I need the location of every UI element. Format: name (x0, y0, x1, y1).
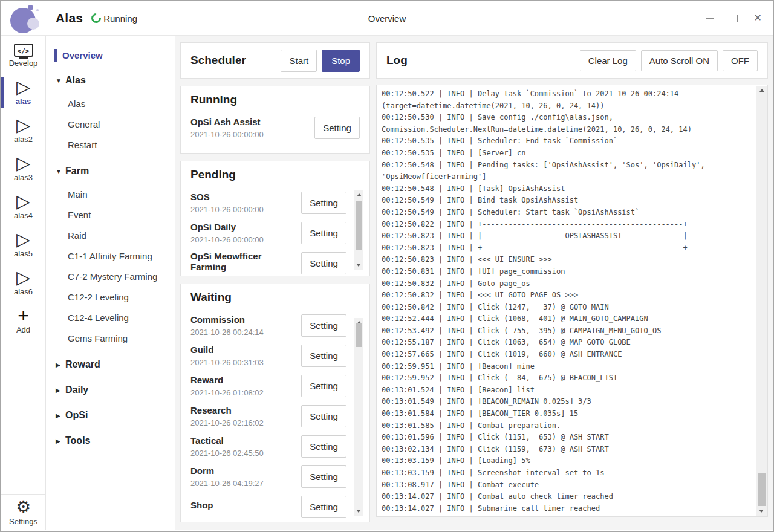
log-scrollbar[interactable] (756, 86, 767, 516)
nav-item[interactable]: Restart (68, 134, 175, 155)
sidebar-item-settings[interactable]: ⚙ Settings (1, 494, 45, 530)
scroll-down-icon[interactable] (759, 510, 764, 513)
app-name: Alas (56, 11, 83, 25)
waiting-scrollbar[interactable] (354, 318, 363, 516)
log-line: 00:13:08.917 | INFO | Combat execute (382, 479, 752, 491)
setting-button[interactable]: Setting (301, 192, 346, 214)
setting-button[interactable]: Setting (301, 222, 346, 244)
scrollbar-thumb[interactable] (356, 201, 362, 250)
waiting-panel: Waiting Commission 2021-10-26 00:24:14 S… (180, 284, 370, 522)
log-line: 00:13:02.134 | INFO | Click (1159, 673) … (382, 444, 752, 456)
nav-item[interactable]: C7-2 Mystery Farming (68, 266, 175, 287)
clear-log-button[interactable]: Clear Log (580, 50, 636, 71)
nav-item[interactable]: Alas (68, 93, 175, 114)
setting-button[interactable]: Setting (301, 496, 346, 518)
play-icon: ▷ (16, 232, 30, 247)
sidebar-item-alas5[interactable]: ▷ alas5 (1, 230, 45, 259)
log-line: 00:13:01.549 | INFO | [BEACON_REMAIN 0.0… (382, 396, 752, 408)
stop-button[interactable]: Stop (322, 50, 360, 72)
sidebar-item-alas2[interactable]: ▷ alas2 (1, 116, 45, 145)
task-row: OpSi Daily 2021-10-26 00:00:00 Setting (190, 218, 346, 248)
scroll-up-icon[interactable] (357, 193, 362, 196)
log-line: 00:12:50.822 | INFO | +-----------------… (382, 219, 752, 231)
autoscroll-on-button[interactable]: Auto Scroll ON (641, 50, 718, 71)
log-line: 00:12:50.530 | INFO | Save config ./conf… (382, 112, 752, 124)
setting-button[interactable]: Setting (301, 465, 346, 488)
log-line: 00:13:01.585 | INFO | Combat preparation… (382, 420, 752, 432)
nav-item[interactable]: Main (68, 184, 175, 204)
chevron-right-icon: ▶ (56, 387, 65, 394)
nav-item[interactable]: C1-1 Affinity Farming (68, 245, 175, 266)
play-icon: ▷ (16, 117, 30, 133)
setting-button[interactable]: Setting (301, 435, 346, 458)
nav-group-farm[interactable]: ▼ Farm (46, 158, 175, 184)
status-text: Running (103, 13, 137, 24)
setting-button[interactable]: Setting (301, 314, 346, 337)
nav-item[interactable]: Raid (68, 225, 175, 245)
pending-scrollbar[interactable] (354, 190, 363, 270)
content-area: Scheduler Start Stop Running OpSi Ash As (175, 36, 773, 530)
window-controls: ✕ (706, 1, 762, 35)
task-name: Guild (190, 345, 296, 355)
gear-icon: ⚙ (16, 499, 31, 515)
log-line: 00:12:59.951 | INFO | [Beacon] mine (382, 361, 752, 373)
nav-item[interactable]: General (68, 114, 175, 134)
sidebar-item-alas6[interactable]: ▷ alas6 (1, 268, 45, 297)
log-line: (target=datetime.datetime(2021, 10, 26, … (382, 100, 752, 112)
setting-button[interactable]: Setting (314, 117, 360, 139)
log-line: 00:12:53.492 | INFO | Click ( 755, 395) … (382, 325, 752, 337)
task-row: Tactical 2021-10-26 02:45:50 Setting (190, 431, 346, 461)
nav-group-opsi[interactable]: ▶ OpSi (46, 403, 175, 428)
nav-group-reward[interactable]: ▶ Reward (46, 352, 175, 377)
minimize-icon[interactable] (706, 18, 714, 19)
task-time: 2021-10-26 00:24:14 (190, 328, 296, 337)
close-icon[interactable]: ✕ (754, 13, 762, 23)
log-line: 00:12:50.832 | INFO | Goto page_os (382, 278, 752, 290)
scrollbar-thumb[interactable] (356, 323, 362, 347)
task-name: OpSi Daily (190, 222, 296, 233)
play-icon: ▷ (16, 193, 30, 209)
chevron-down-icon: ▼ (56, 77, 65, 84)
scroll-down-icon[interactable] (356, 264, 361, 267)
task-row: OpSi Meowfficer Farming Setting (190, 248, 346, 276)
sidebar-item-alas3[interactable]: ▷ alas3 (1, 154, 45, 183)
alas-logo-icon (10, 4, 39, 33)
scheduler-title: Scheduler (190, 54, 281, 67)
scroll-up-icon[interactable] (759, 89, 764, 92)
task-row: Research 2021-10-26 02:16:02 Setting (190, 401, 346, 431)
add-profile-button[interactable]: + Add (1, 307, 45, 336)
waiting-title: Waiting (190, 284, 369, 304)
setting-button[interactable]: Setting (301, 405, 346, 427)
log-line: 00:12:50.832 | INFO | <<< UI GOTO PAGE_O… (382, 290, 752, 302)
log-line: 00:12:50.548 | INFO | [Task] OpsiAshAssi… (382, 183, 752, 195)
task-time: 2021-10-26 01:08:02 (190, 388, 296, 397)
running-panel: Running OpSi Ash Assist 2021-10-26 00:00… (180, 86, 370, 154)
setting-button[interactable]: Setting (301, 375, 346, 397)
log-line: 00:12:50.823 | INFO | <<< UI ENSURE >>> (382, 254, 752, 266)
log-line: 00:12:55.187 | INFO | Click (1063, 654) … (382, 337, 752, 349)
nav-item[interactable]: Event (68, 204, 175, 225)
sidebar-item-alas[interactable]: ▷ alas (1, 78, 45, 107)
log-line: 00:13:01.596 | INFO | Click (1151, 653) … (382, 432, 752, 444)
scroll-down-icon[interactable] (356, 510, 361, 513)
nav-item[interactable]: C12-4 Leveling (68, 307, 175, 328)
nav-item-overview[interactable]: Overview (54, 49, 175, 62)
nav-item[interactable]: C12-2 Leveling (68, 287, 175, 307)
maximize-icon[interactable] (730, 15, 738, 22)
nav-group-tools[interactable]: ▶ Tools (46, 428, 175, 453)
nav-group-daily[interactable]: ▶ Daily (46, 377, 175, 403)
nav-group-alas[interactable]: ▼ Alas (46, 68, 175, 93)
setting-button[interactable]: Setting (301, 252, 346, 274)
autoscroll-off-button[interactable]: OFF (723, 50, 758, 71)
log-line: 00:13:01.584 | INFO | [BEACON_TIER 0.035… (382, 408, 752, 420)
sidebar-item-develop[interactable]: </> Develop (1, 42, 45, 69)
sidebar-item-alas4[interactable]: ▷ alas4 (1, 192, 45, 221)
log-line: Commission.Scheduler.NextRun=datetime.da… (382, 124, 752, 136)
setting-button[interactable]: Setting (301, 345, 346, 367)
running-spinner-icon (89, 11, 103, 25)
scrollbar-thumb[interactable] (758, 473, 766, 506)
start-button[interactable]: Start (281, 50, 317, 72)
chevron-right-icon: ▶ (56, 362, 65, 368)
nav-item[interactable]: Gems Farming (68, 328, 175, 348)
task-name: Shop (190, 500, 296, 511)
